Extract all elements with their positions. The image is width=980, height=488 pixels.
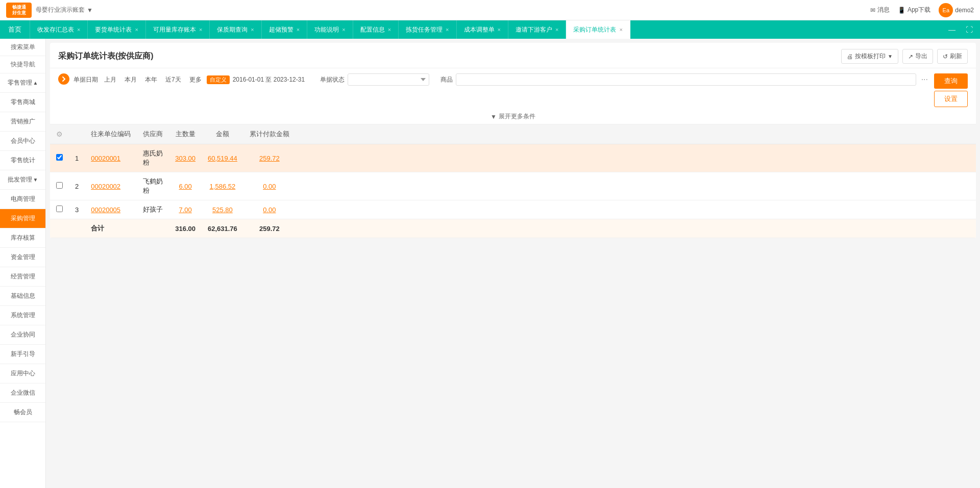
nav-maximize-button[interactable]: ⛶ [963,24,976,35]
tab-chucao-label: 超储预警 [269,25,293,34]
tab-chucao-close[interactable]: × [297,27,300,33]
user-profile[interactable]: Ea demo2 [939,3,974,17]
row-paid-1[interactable]: 0.00 [243,172,296,200]
tab-yaoqing[interactable]: 邀请下游客户 × [508,20,566,39]
tab-home[interactable]: 首页 [0,20,30,39]
top-bar-right: ✉ 消息 📱 App下载 Ea demo2 [870,3,974,17]
tab-peizhi-close[interactable]: × [388,27,391,33]
sidebar-item-retail[interactable]: 零售管理 ▲ [0,73,45,93]
more-dots-icon[interactable]: ··· [919,75,930,84]
sidebar-search[interactable]: 搜索菜单 [0,39,45,56]
tab-kuyun-close[interactable]: × [199,27,202,33]
sidebar-item-corpwechat[interactable]: 企业微信 [0,383,45,403]
export-button[interactable]: ↗ 导出 [902,49,933,64]
tab-baoxian-label: 保质期查询 [217,25,248,34]
sidebar-shortcut[interactable]: 快捷导航 [0,56,45,73]
sidebar-item-retail-mall[interactable]: 零售商城 [0,93,45,112]
row-checkbox-2[interactable] [50,200,69,219]
content-area: 采购订单统计表(按供应商) 🖨 按模板打印 ▼ ↗ 导出 ↺ 刷新 [46,39,980,488]
tab-tuohuo-close[interactable]: × [446,27,449,33]
query-button[interactable]: 查询 [934,73,968,89]
print-dropdown-icon: ▼ [888,54,893,59]
date-btn-7days[interactable]: 近7天 [162,74,184,85]
workspace-label: 母婴行业演示账套 [36,6,85,14]
tab-baoxian[interactable]: 保质期查询 × [210,20,261,39]
tab-yaoqing-close[interactable]: × [555,27,558,33]
page-title: 采购订单统计表(按供应商) [58,51,154,62]
row-paid-0[interactable]: 259.72 [243,144,296,172]
sidebar-item-system[interactable]: 系统管理 [0,306,45,325]
table-row[interactable]: 3 00020005 好孩子 7.00 525.80 0.00 [50,200,976,219]
nav-minimize-button[interactable]: — [945,24,959,35]
table-row[interactable]: 2 00020002 飞鹤奶粉 6.00 1,586.52 0.00 [50,172,976,200]
filter-toggle-arrow[interactable] [58,73,69,85]
row-qty-0[interactable]: 303.00 [169,144,202,172]
custom-date-badge[interactable]: 自定义 [207,75,230,84]
tab-caigou[interactable]: 采购订单统计表 × [566,20,630,39]
date-btn-this-month[interactable]: 本月 [121,74,140,85]
tab-chengben-close[interactable]: × [498,27,501,33]
tab-peizhi[interactable]: 配置信息 × [353,20,399,39]
filter-fields: 单据日期 上月 本月 本年 近7天 更多 自定义 2016-01-01 至 20… [74,73,930,89]
expand-more-button[interactable]: ▼ 展开更多条件 [491,112,535,121]
tab-yaohuo-close[interactable]: × [135,27,138,33]
sidebar-item-retail-stat[interactable]: 零售统计 [0,151,45,170]
row-extra-1 [296,172,976,200]
workspace-selector[interactable]: 母婴行业演示账套 ▼ [36,6,93,14]
sidebar-item-marketing[interactable]: 营销推广 [0,112,45,132]
app-download-button[interactable]: 📱 App下载 [898,6,930,14]
date-btn-more[interactable]: 更多 [186,74,205,85]
tab-gongneng-close[interactable]: × [342,27,345,33]
date-btn-this-year[interactable]: 本年 [142,74,160,85]
refresh-button[interactable]: ↺ 刷新 [937,49,968,64]
message-button[interactable]: ✉ 消息 [870,6,890,14]
status-select[interactable] [348,73,429,86]
row-amount-2[interactable]: 525.80 [202,200,243,219]
tab-shoffa[interactable]: 收发存汇总表 × [30,20,88,39]
row-code-0[interactable]: 00020001 [85,144,137,172]
expand-more-row: ▼ 展开更多条件 [50,109,976,124]
tab-home-label: 首页 [8,25,21,34]
printer-icon: 🖨 [847,53,853,60]
goods-input[interactable] [456,73,916,86]
tab-tuohuo[interactable]: 拣货任务管理 × [399,20,456,39]
sidebar-item-member[interactable]: 会员中心 [0,132,45,151]
sidebar-item-inventory[interactable]: 库存核算 [0,228,45,248]
sidebar-item-newguide[interactable]: 新手引导 [0,345,45,364]
col-settings: ⚙ [50,124,69,144]
row-amount-1[interactable]: 1,586.52 [202,172,243,200]
sidebar-item-ecommerce[interactable]: 电商管理 [0,190,45,209]
date-shortcuts: 上月 本月 本年 近7天 更多 自定义 [101,74,230,85]
print-button[interactable]: 🖨 按模板打印 ▼ [841,49,898,64]
column-settings-icon[interactable]: ⚙ [56,130,63,138]
sidebar-item-operations[interactable]: 经营管理 [0,267,45,287]
sidebar-item-enterprise[interactable]: 企业协同 [0,325,45,345]
sidebar-item-appcenter[interactable]: 应用中心 [0,364,45,383]
row-code-1[interactable]: 00020002 [85,172,137,200]
row-checkbox-0[interactable] [50,144,69,172]
sidebar-item-wholesale[interactable]: 批发管理 ▼ [0,170,45,190]
row-qty-2[interactable]: 7.00 [169,200,202,219]
row-code-2[interactable]: 00020005 [85,200,137,219]
tab-baoxian-close[interactable]: × [251,27,254,33]
tab-chengben[interactable]: 成本调整单 × [457,20,508,39]
sidebar-item-finance[interactable]: 资金管理 [0,248,45,267]
tab-caigou-close[interactable]: × [619,27,622,33]
sidebar-item-basic[interactable]: 基础信息 [0,287,45,306]
sidebar-item-purchase[interactable]: 采购管理 [0,209,45,228]
row-amount-0[interactable]: 60,519.44 [202,144,243,172]
retail-expand-icon: ▲ [33,80,38,86]
tab-gongneng[interactable]: 功能说明 × [307,20,353,39]
nav-tabs-bar: 首页 收发存汇总表 × 要货单统计表 × 可用量库存账本 × 保质期查询 × 超… [0,20,980,39]
row-paid-2[interactable]: 0.00 [243,200,296,219]
tab-kuyun[interactable]: 可用量库存账本 × [146,20,210,39]
table-row[interactable]: 1 00020001 惠氏奶粉 303.00 60,519.44 259.72 [50,144,976,172]
row-qty-1[interactable]: 6.00 [169,172,202,200]
row-checkbox-1[interactable] [50,172,69,200]
tab-yaohuo[interactable]: 要货单统计表 × [88,20,145,39]
tab-chucao[interactable]: 超储预警 × [262,20,307,39]
date-btn-last-month[interactable]: 上月 [101,74,119,85]
sidebar-item-vip[interactable]: 畅会员 [0,403,45,422]
settings-button[interactable]: 设置 [934,91,968,107]
tab-shoffa-close[interactable]: × [77,27,80,33]
